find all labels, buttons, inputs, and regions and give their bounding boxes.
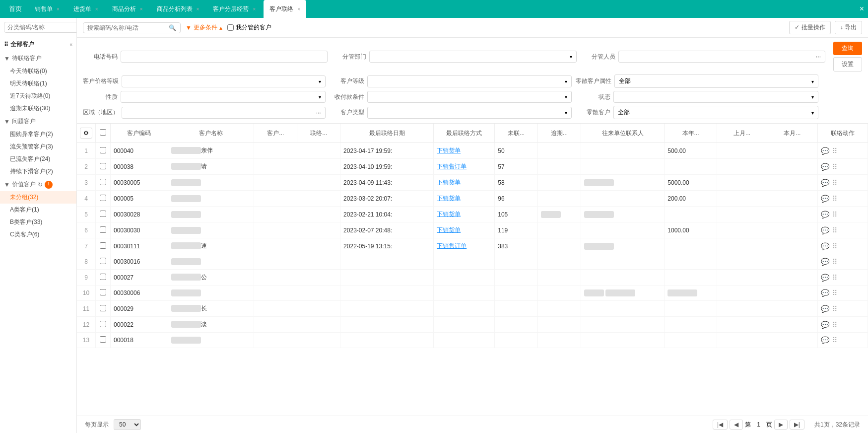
tab-customer-contact[interactable]: 客户联络 × — [264, 0, 306, 18]
row-check[interactable] — [96, 270, 111, 286]
scatter-select[interactable]: 全部 — [613, 106, 818, 119]
chat-icon[interactable]: 💬 — [821, 179, 829, 187]
type-select[interactable] — [367, 107, 572, 119]
close-tab-customer-tier[interactable]: × — [253, 6, 256, 12]
prev-page-btn[interactable]: ◀ — [730, 420, 743, 430]
grid-action-icon[interactable]: ⠿ — [832, 242, 837, 250]
row-check[interactable] — [96, 191, 111, 207]
reset-button[interactable]: 设置 — [833, 57, 862, 72]
chat-icon[interactable]: 💬 — [821, 195, 829, 203]
row-checkbox[interactable] — [100, 321, 106, 327]
batch-op-button[interactable]: ✓ 批量操作 — [789, 21, 830, 34]
sidebar-item-7days[interactable]: 近7天待联络(0) — [0, 90, 76, 102]
nav-home[interactable]: 首页 — [4, 4, 27, 13]
last-way-link[interactable]: 下销售订单 — [437, 163, 467, 170]
person-ellipsis[interactable]: ··· — [816, 53, 821, 60]
sidebar-group-value[interactable]: ▼ 价值客户 ↻ ! — [0, 178, 76, 191]
last-way-link[interactable]: 下销货单 — [437, 226, 461, 233]
my-customers-checkbox[interactable]: 我分管的客户 — [227, 23, 271, 32]
tab-customer-tier[interactable]: 客户分层经营 × — [207, 0, 262, 18]
tab-analysis[interactable]: 商品分析 × — [106, 0, 149, 18]
row-checkbox[interactable] — [100, 147, 106, 153]
chat-icon[interactable]: 💬 — [821, 258, 829, 266]
row-checkbox[interactable] — [100, 163, 106, 169]
phone-input[interactable] — [121, 51, 328, 63]
attr-select[interactable]: 全部 — [614, 74, 818, 88]
sidebar-search-input[interactable] — [4, 22, 77, 33]
row-check[interactable] — [96, 175, 111, 191]
last-way-link[interactable]: 下销货单 — [437, 211, 461, 217]
row-checkbox[interactable] — [100, 289, 106, 295]
my-customers-check[interactable] — [227, 24, 234, 31]
more-conditions-btn[interactable]: ▼ 更多条件 ▴ — [186, 23, 222, 32]
row-checkbox[interactable] — [100, 226, 106, 233]
chat-icon[interactable]: 💬 — [821, 305, 829, 313]
row-checkbox[interactable] — [100, 258, 106, 264]
grid-action-icon[interactable]: ⠿ — [832, 336, 837, 344]
grid-action-icon[interactable]: ⠿ — [832, 289, 837, 297]
grid-action-icon[interactable]: ⠿ — [832, 163, 837, 171]
chat-icon[interactable]: 💬 — [821, 163, 829, 171]
sidebar-item-ungroup[interactable]: 未分组(32) — [0, 191, 76, 204]
sidebar-item-b-class[interactable]: B类客户(33) — [0, 216, 76, 228]
sidebar-all-customers[interactable]: ⠿ 全部客户 « — [0, 37, 76, 52]
close-tab-analysis-list[interactable]: × — [197, 6, 200, 12]
close-window-icon[interactable]: × — [860, 4, 864, 13]
chat-icon[interactable]: 💬 — [821, 147, 829, 155]
grid-action-icon[interactable]: ⠿ — [832, 179, 837, 187]
sidebar-item-today[interactable]: 今天待联络(0) — [0, 65, 76, 77]
grid-action-icon[interactable]: ⠿ — [832, 305, 837, 313]
row-check[interactable] — [96, 317, 111, 333]
grid-action-icon[interactable]: ⠿ — [832, 274, 837, 282]
last-way-link[interactable]: 下销售订单 — [437, 242, 467, 249]
sidebar-item-overdue[interactable]: 逾期未联络(30) — [0, 102, 76, 115]
sidebar-item-churn-warn[interactable]: 流失预警客户(3) — [0, 141, 76, 153]
sidebar-item-tomorrow[interactable]: 明天待联络(1) — [0, 77, 76, 90]
grid-action-icon[interactable]: ⠿ — [832, 226, 837, 234]
tab-sales[interactable]: 销售单 × — [29, 0, 66, 18]
close-tab-sales[interactable]: × — [57, 6, 60, 12]
row-check[interactable] — [96, 222, 111, 238]
row-checkbox[interactable] — [100, 274, 106, 280]
refresh-icon[interactable]: ↻ — [38, 181, 43, 188]
last-way-link[interactable]: 下销货单 — [437, 147, 461, 154]
dept-select[interactable] — [369, 51, 576, 63]
sidebar-item-c-class[interactable]: C类客户(6) — [0, 228, 76, 241]
nature-select[interactable] — [121, 91, 326, 103]
status-select[interactable] — [613, 91, 818, 103]
row-check[interactable] — [96, 143, 111, 159]
sidebar-item-churned[interactable]: 已流失客户(24) — [0, 153, 76, 165]
chat-icon[interactable]: 💬 — [821, 226, 829, 234]
chat-icon[interactable]: 💬 — [821, 242, 829, 250]
last-page-btn[interactable]: ▶| — [790, 420, 804, 430]
close-tab-purchase[interactable]: × — [95, 6, 98, 12]
search-button[interactable]: 查询 — [833, 42, 862, 55]
last-way-link[interactable]: 下销货单 — [437, 195, 461, 202]
row-check[interactable] — [96, 301, 111, 317]
tab-purchase[interactable]: 进货单 × — [67, 0, 104, 18]
row-check[interactable] — [96, 333, 111, 348]
row-checkbox[interactable] — [100, 336, 106, 343]
next-page-btn[interactable]: ▶ — [774, 420, 788, 430]
row-checkbox[interactable] — [100, 305, 106, 311]
customer-level-select[interactable] — [367, 75, 572, 87]
sidebar-group-pending[interactable]: ▼ 待联络客户 — [0, 52, 76, 65]
settings-button[interactable]: ⚙ — [80, 128, 92, 139]
row-check[interactable] — [96, 286, 111, 301]
per-page-select[interactable]: 50 100 200 — [114, 419, 141, 430]
col-header-settings[interactable]: ⚙ — [77, 124, 96, 143]
row-check[interactable] — [96, 159, 111, 175]
pay-select[interactable] — [367, 91, 572, 103]
grid-action-icon[interactable]: ⠿ — [832, 321, 837, 329]
row-check[interactable] — [96, 238, 111, 254]
row-check[interactable] — [96, 207, 111, 222]
select-all-checkbox[interactable] — [100, 129, 106, 136]
price-level-select[interactable] — [122, 75, 326, 87]
filter-search-box[interactable]: 🔍 — [83, 22, 181, 33]
chat-icon[interactable]: 💬 — [821, 289, 829, 297]
grid-action-icon[interactable]: ⠿ — [832, 195, 837, 203]
person-select[interactable]: ··· — [618, 51, 825, 63]
main-search-input[interactable] — [87, 24, 167, 31]
tab-analysis-list[interactable]: 商品分析列表 × — [151, 0, 205, 18]
row-checkbox[interactable] — [100, 242, 106, 249]
